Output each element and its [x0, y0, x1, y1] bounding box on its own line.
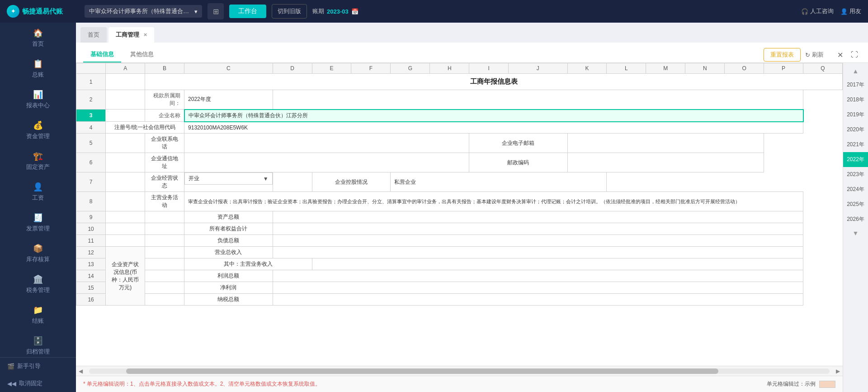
year-item-2021[interactable]: 2021年 [843, 137, 868, 152]
sidebar-item-guide[interactable]: 🎬 新手引导 [0, 358, 76, 375]
col-header-J: J [509, 63, 567, 74]
year-item-2026[interactable]: 2026年 [843, 212, 868, 227]
tab-commerce[interactable]: 工商管理 × [108, 27, 154, 43]
inner-tab-basic[interactable]: 基础信息 [83, 47, 121, 62]
sidebar-item-home[interactable]: 🏠 首页 [0, 23, 76, 53]
row15-value[interactable] [273, 282, 803, 294]
row16-value[interactable] [273, 294, 803, 306]
sidebar-item-unpin[interactable]: ◀◀ 取消固定 [0, 375, 76, 392]
row14-value[interactable] [273, 270, 803, 282]
row3-value[interactable]: 中审众环会计师事务所（特殊普通合伙）江苏分所 [184, 110, 803, 122]
row11-value[interactable] [273, 235, 803, 247]
row12-value[interactable] [273, 247, 803, 258]
col-header-D: D [273, 63, 312, 74]
year-item-2018[interactable]: 2018年 [843, 92, 868, 107]
workbench-button[interactable]: 工作台 [229, 5, 266, 18]
col-header-I: I [469, 63, 509, 74]
sidebar-item-archive[interactable]: 🗄️ 归档管理 [0, 330, 76, 357]
spreadsheet-main: A B C D E F G H I J [76, 63, 843, 392]
row13-B [145, 258, 184, 270]
row-num-15: 15 [76, 282, 106, 294]
year-item-2025[interactable]: 2025年 [843, 197, 868, 212]
inner-tab-other[interactable]: 其他信息 [123, 47, 161, 62]
year-item-2024[interactable]: 2024年 [843, 182, 868, 197]
h-scroll-track[interactable] [89, 368, 830, 374]
scroll-left-arrow[interactable]: ◀ [76, 368, 85, 374]
row10-value[interactable] [273, 223, 803, 235]
sidebar-item-inventory[interactable]: 📦 库存核算 [0, 238, 76, 269]
col-header-H: H [430, 63, 469, 74]
sidebar-nav: 🏠 首页 📋 总账 📊 报表中心 💰 资金管理 🏗️ 固定资产 👤 工资 [0, 23, 76, 357]
sidebar-item-funds[interactable]: 💰 资金管理 [0, 115, 76, 146]
year-panel-down-arrow[interactable]: ▼ [850, 227, 862, 239]
year-item-2023[interactable]: 2023年 [843, 167, 868, 182]
reset-report-button[interactable]: 重置报表 [764, 48, 801, 62]
row6-address[interactable] [184, 153, 469, 172]
table-row: 6 企业通信地址 邮政编码 [76, 153, 843, 172]
row6-zip-label: 邮政编码 [469, 153, 567, 172]
row11-A [106, 235, 145, 247]
row12-label: 营业总收入 [184, 247, 273, 258]
sidebar-item-closing[interactable]: 📁 结账 [0, 300, 76, 330]
calendar-icon[interactable]: 📅 [351, 8, 359, 15]
sidebar-item-tax[interactable]: 🏛️ 税务管理 [0, 269, 76, 300]
row5-label: 企业联系电话 [145, 134, 184, 153]
col-header-O: O [725, 63, 764, 74]
year-item-2019[interactable]: 2019年 [843, 107, 868, 122]
payroll-icon: 👤 [33, 182, 43, 192]
period-label: 账期 [312, 7, 324, 15]
row7-status[interactable]: 开业 ▼ [184, 172, 273, 185]
close-panel-button[interactable]: ✕ [834, 48, 846, 61]
sidebar-item-fixed-assets[interactable]: 🏗️ 固定资产 [0, 146, 76, 177]
year-item-2020[interactable]: 2020年 [843, 122, 868, 137]
row-num-8: 8 [76, 192, 106, 211]
year-item-2017[interactable]: 2017年 [843, 77, 868, 92]
row8-value[interactable]: 审查企业会计报表；出具审计报告；验证企业资本；出具验资报告；办理企业合开、分立、… [184, 192, 803, 211]
table-row: 4 注册号/统一社会信用代码 91320100MA208E5W6K [76, 122, 843, 134]
row6-zip[interactable] [567, 153, 764, 172]
horizontal-scrollbar[interactable]: ◀ ▶ [76, 366, 843, 376]
tab-close-icon[interactable]: × [144, 31, 147, 38]
row5-phone[interactable] [184, 134, 469, 153]
row16-B [145, 294, 184, 306]
row7-control-value[interactable]: 私营企业 [391, 172, 607, 192]
sidebar-item-invoice[interactable]: 🧾 发票管理 [0, 207, 76, 238]
spreadsheet-scroll[interactable]: A B C D E F G H I J [76, 63, 843, 366]
scroll-right-arrow[interactable]: ▶ [833, 368, 843, 374]
row2-value[interactable]: 2022年度 [184, 90, 273, 110]
row-num-5: 5 [76, 134, 106, 153]
sidebar-bottom: 🎬 新手引导 ◀◀ 取消固定 [0, 357, 76, 392]
h-scroll-thumb[interactable] [126, 368, 718, 374]
col-header-M: M [646, 63, 685, 74]
company-icon-button[interactable]: ⊞ [208, 3, 224, 19]
row13-value[interactable] [312, 258, 803, 270]
row16-label: 纳税总额 [184, 294, 273, 306]
year-item-2022[interactable]: 2022年 [843, 152, 868, 167]
tab-commerce-label: 工商管理 [116, 31, 139, 38]
row9-value[interactable] [273, 211, 803, 223]
row3-label: 企业名称 [145, 110, 184, 122]
company-selector[interactable]: 中审众环会计师事务所（特殊普通合伙… ▾ [85, 5, 202, 18]
row5-email[interactable] [567, 134, 764, 153]
col-header-F: F [351, 63, 391, 74]
old-version-button[interactable]: 切到旧版 [272, 4, 307, 19]
row6-label: 企业通信地址 [145, 153, 184, 172]
fixed-assets-icon: 🏗️ [33, 151, 43, 161]
table-row: 16 纳税总额 [76, 294, 843, 306]
year-panel-up-arrow[interactable]: ▲ [850, 65, 862, 77]
sidebar-item-payroll[interactable]: 👤 工资 [0, 177, 76, 207]
tab-home[interactable]: 首页 [80, 27, 107, 43]
status-bar-right: 单元格编辑过：示例 [767, 380, 835, 388]
support-button[interactable]: 🎧 人工咨询 [801, 7, 834, 15]
expand-panel-button[interactable]: ⛶ [848, 48, 861, 61]
row-num-12: 12 [76, 247, 106, 258]
row-num-7: 7 [76, 172, 106, 192]
sidebar-item-ledger[interactable]: 📋 总账 [0, 53, 76, 84]
sidebar-item-reports[interactable]: 📊 报表中心 [0, 84, 76, 115]
refresh-button[interactable]: ↻ 刷新 [801, 48, 828, 61]
col-header-G: G [391, 63, 430, 74]
row7-A [106, 172, 145, 192]
row4-value[interactable]: 91320100MA208E5W6K [184, 122, 803, 134]
user-avatar[interactable]: 👤 用友 [840, 7, 861, 15]
tab-home-label: 首页 [88, 31, 99, 38]
